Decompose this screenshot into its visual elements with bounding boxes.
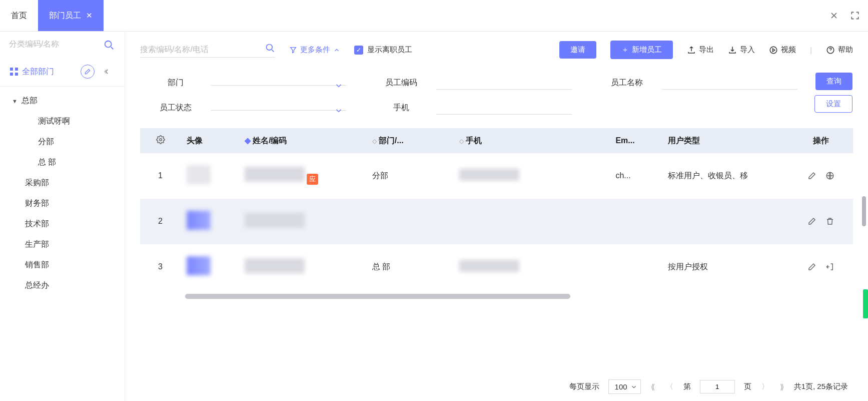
filter-panel: 部门 员工编码 员工名称 员工状态 bbox=[140, 69, 853, 121]
tree-item[interactable]: 技术部 bbox=[0, 214, 125, 234]
sidebar-search bbox=[0, 32, 125, 55]
horizontal-scrollbar[interactable] bbox=[140, 293, 853, 300]
more-conditions-toggle[interactable]: 更多条件 bbox=[289, 45, 340, 55]
close-icon[interactable]: ✕ bbox=[86, 11, 93, 20]
svg-rect-2 bbox=[15, 68, 18, 71]
first-page-icon[interactable]: ⟪ bbox=[650, 382, 656, 391]
import-icon bbox=[728, 46, 737, 55]
page-summary: 共1页, 25条记录 bbox=[794, 382, 848, 391]
toolbar: 更多条件 ✓ 显示离职员工 邀请 ＋新增员工 导出 导入 bbox=[125, 32, 868, 64]
edit-icon[interactable] bbox=[807, 262, 816, 271]
prev-page-icon[interactable]: 〈 bbox=[665, 382, 674, 391]
import-button[interactable]: 导入 bbox=[728, 45, 755, 55]
logout-icon[interactable] bbox=[825, 262, 834, 271]
chevron-up-icon bbox=[333, 47, 340, 54]
cell-phone bbox=[453, 153, 610, 199]
cell-name bbox=[239, 244, 366, 290]
page-input[interactable] bbox=[700, 380, 735, 393]
search-icon[interactable] bbox=[265, 43, 275, 53]
export-label: 导出 bbox=[699, 45, 714, 55]
tree-item[interactable]: 财务部 bbox=[0, 193, 125, 214]
filter-icon bbox=[289, 46, 297, 54]
show-resigned-checkbox[interactable]: ✓ 显示离职员工 bbox=[354, 45, 412, 55]
tree-item[interactable]: 总经办 bbox=[0, 275, 125, 296]
tree-item[interactable]: 采购部 bbox=[0, 173, 125, 193]
tree-item-headquarters[interactable]: ▼ 总部 bbox=[0, 91, 125, 111]
row-index: 2 bbox=[140, 199, 181, 244]
delete-icon[interactable] bbox=[825, 217, 834, 226]
export-button[interactable]: 导出 bbox=[687, 45, 714, 55]
emp-code-input[interactable] bbox=[436, 76, 572, 90]
tree-item[interactable]: 生产部 bbox=[0, 234, 125, 255]
col-dept[interactable]: ◇部门/... bbox=[366, 128, 453, 153]
cell-dept: 分部 bbox=[366, 153, 453, 199]
badge: 应 bbox=[307, 174, 318, 185]
filter-label: 员工名称 bbox=[592, 78, 662, 88]
query-button[interactable]: 查询 bbox=[815, 73, 852, 90]
search-icon[interactable] bbox=[104, 40, 115, 51]
col-name[interactable]: ◆姓名/编码 bbox=[239, 128, 366, 153]
next-page-icon[interactable]: 〉 bbox=[760, 382, 770, 391]
vertical-scrollbar[interactable] bbox=[862, 196, 866, 226]
svg-point-0 bbox=[105, 41, 112, 48]
sidebar-search-input[interactable] bbox=[9, 40, 116, 49]
col-avatar[interactable]: 头像 bbox=[181, 128, 239, 153]
globe-icon[interactable] bbox=[825, 171, 834, 180]
cell-email bbox=[609, 199, 661, 244]
export-icon bbox=[687, 46, 696, 55]
filter-field-department: 部门 bbox=[141, 76, 346, 90]
invite-button[interactable]: 邀请 bbox=[559, 41, 596, 59]
table-row[interactable]: 3 总 部 按用户授权 bbox=[140, 244, 853, 290]
tree-item[interactable]: 分部 bbox=[0, 132, 125, 152]
tree-item[interactable]: 销售部 bbox=[0, 255, 125, 275]
perpage-select[interactable]: 100 bbox=[608, 379, 641, 394]
cell-usertype: 标准用户、收银员、移 bbox=[662, 153, 789, 199]
collapse-sidebar-icon[interactable] bbox=[100, 64, 115, 79]
tree-item[interactable]: 总 部 bbox=[0, 152, 125, 173]
last-page-icon[interactable]: ⟫ bbox=[779, 382, 785, 391]
department-tree: ▼ 总部 测试呀啊 分部 总 部 采购部 财务部 技术部 生产部 销售部 总经办 bbox=[0, 87, 125, 296]
tree-item-label: 销售部 bbox=[25, 260, 49, 270]
tab-label: 首页 bbox=[11, 11, 27, 21]
table-row[interactable]: 1 应 分部 ch... 标准用户、收银员、移 bbox=[140, 153, 853, 199]
department-select[interactable] bbox=[211, 80, 346, 86]
edit-icon[interactable] bbox=[807, 217, 816, 226]
sidebar-title[interactable]: 全部部门 bbox=[22, 67, 54, 77]
phone-input[interactable] bbox=[436, 101, 572, 115]
feedback-tab[interactable] bbox=[863, 289, 868, 318]
fullscreen-icon[interactable] bbox=[849, 10, 861, 22]
cell-phone bbox=[453, 199, 610, 244]
edit-tree-button[interactable] bbox=[81, 65, 95, 79]
filter-label: 员工编码 bbox=[366, 78, 436, 88]
add-employee-button[interactable]: ＋新增员工 bbox=[610, 41, 673, 59]
close-panel-icon[interactable] bbox=[828, 10, 840, 22]
main-search-input[interactable] bbox=[140, 42, 275, 58]
video-label: 视频 bbox=[781, 45, 796, 55]
sort-icon: ◇ bbox=[372, 138, 377, 145]
filter-field-emp-status: 员工状态 bbox=[141, 101, 346, 115]
chevron-down-icon[interactable]: ▼ bbox=[12, 98, 18, 104]
col-phone[interactable]: ◇手机 bbox=[453, 128, 610, 153]
filter-label: 部门 bbox=[141, 78, 211, 88]
tree-item-label: 财务部 bbox=[25, 198, 49, 209]
edit-icon[interactable] bbox=[807, 171, 816, 180]
employee-table: 头像 ◆姓名/编码 ◇部门/... ◇手机 Em... 用户类型 操作 1 bbox=[140, 128, 853, 290]
table-row[interactable]: 2 bbox=[140, 199, 853, 244]
tree-item-label: 分部 bbox=[38, 137, 54, 147]
video-button[interactable]: 视频 bbox=[769, 45, 796, 55]
emp-name-input[interactable] bbox=[662, 76, 797, 90]
cell-usertype bbox=[662, 199, 789, 244]
col-usertype[interactable]: 用户类型 bbox=[662, 128, 789, 153]
cell-email: ch... bbox=[609, 153, 661, 199]
cell-name bbox=[239, 199, 366, 244]
help-button[interactable]: 帮助 bbox=[826, 45, 853, 55]
settings-button[interactable]: 设置 bbox=[814, 95, 852, 113]
help-icon bbox=[826, 46, 835, 55]
help-label: 帮助 bbox=[838, 45, 853, 55]
col-email[interactable]: Em... bbox=[609, 128, 661, 153]
tab-department-staff[interactable]: 部门员工 ✕ bbox=[38, 0, 104, 31]
emp-status-select[interactable] bbox=[211, 105, 346, 111]
tab-home[interactable]: 首页 bbox=[0, 0, 38, 31]
col-settings[interactable] bbox=[140, 128, 181, 153]
tree-item[interactable]: 测试呀啊 bbox=[0, 111, 125, 132]
